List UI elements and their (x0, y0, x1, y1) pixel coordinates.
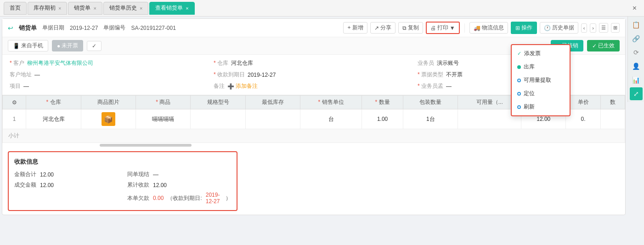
tab-view-sales[interactable]: 查看销货单 × (149, 2, 194, 15)
copy-label: 复制 (408, 24, 419, 32)
tab-home[interactable]: 首页 (4, 2, 27, 15)
project-label: 项目 (10, 82, 21, 90)
toolbar-separator (464, 23, 465, 33)
tab-view-sales-label: 查看销货单 (155, 4, 183, 12)
operations-button[interactable]: ⊞ 操作 (511, 22, 537, 34)
cumulative-row: 累计收款 12.00 (127, 181, 231, 189)
sidebar-icon-refresh[interactable]: ⟳ (630, 46, 643, 59)
same-order-label: 同单现结 (127, 171, 149, 178)
row-min-stock (245, 109, 300, 129)
outbound-dot-icon (517, 65, 521, 69)
invoice-check-icon: ✓ (517, 51, 521, 57)
sidebar-icon-chart[interactable]: 📊 (630, 74, 643, 86)
print-button[interactable]: 🖨 打印 ▼ (426, 22, 460, 34)
col-warehouse: 仓库 (26, 96, 81, 109)
refresh-dot-icon (517, 105, 521, 109)
share-label: 分享 (380, 24, 391, 32)
row-unit: 台 (300, 109, 362, 129)
dropdown-item-invoice[interactable]: ✓ 添发票 (512, 47, 570, 60)
effect-check-icon: ✓ (592, 43, 597, 49)
sidebar-icon-link[interactable]: 🔗 (630, 32, 643, 45)
locate-label: 定位 (524, 90, 535, 97)
row-pack-qty: 1台 (403, 109, 458, 129)
history-icon: 🕐 (544, 25, 551, 31)
copy-icon: ⧉ (402, 25, 407, 31)
row-quantity: 1.00 (362, 109, 403, 129)
tab-view-sales-close[interactable]: × (186, 6, 188, 11)
from-phone-button[interactable]: 📱 来自手机 (8, 40, 48, 51)
operations-dropdown: ✓ 添发票 出库 可用量提取 定位 刷新 (511, 44, 571, 116)
row-image: 📦 (81, 109, 136, 129)
history-label: 历史单据 (552, 24, 574, 32)
amount-value: 12.00 (40, 171, 54, 178)
sidebar-icon-user[interactable]: 👤 (630, 60, 643, 73)
row-product: 嗝嗝嗝嗝 (136, 109, 191, 129)
print-dropdown-arrow: ▼ (450, 25, 455, 31)
not-opened-button[interactable]: ● 未开票 (52, 40, 83, 51)
payment-date-row: 收款到期日 2019-12-27 (214, 71, 414, 79)
tab-inventory[interactable]: 库存期初 × (28, 2, 67, 15)
subtotal-label: 小计 (3, 129, 625, 143)
col-quantity: 数量 (362, 96, 403, 109)
cumulative-label: 累计收款 (127, 181, 149, 189)
subtotal-row: 小计 (3, 129, 625, 143)
add-note-label: 添加备注 (236, 82, 258, 90)
view1-button[interactable]: ☰ (599, 23, 608, 33)
col-price: 单价 (566, 96, 600, 109)
copy-button[interactable]: ⧉ 复制 (398, 22, 423, 34)
tab-inventory-close[interactable]: × (58, 6, 61, 11)
doc-date-label: 单据日期 (42, 24, 64, 32)
dropdown-item-locate[interactable]: 定位 (512, 87, 570, 100)
owed-spacer (14, 192, 118, 205)
sidebar-icon-doc[interactable]: 📋 (630, 18, 643, 31)
project-value: — (23, 83, 29, 90)
window-close-button[interactable]: × (629, 4, 640, 12)
tab-history-close[interactable]: × (140, 6, 142, 11)
main-toolbar: ↩ 销货单 单据日期 2019-12-27 单据编号 SA-20191227-0… (2, 19, 625, 37)
new-button[interactable]: + 新增 (343, 22, 367, 34)
sales-person-value: — (446, 83, 452, 90)
col-min-stock: 最低库存 (245, 96, 300, 109)
prev-button[interactable]: ‹ (581, 23, 588, 33)
logistics-label: 物流信息 (482, 24, 504, 32)
effected-button[interactable]: ✓ 已生效 (587, 40, 620, 51)
logistics-button[interactable]: 🚚 物流信息 (469, 22, 508, 34)
operations-icon: ⊞ (515, 25, 520, 31)
tab-home-label: 首页 (10, 4, 21, 12)
add-note-button[interactable]: ➕ 添加备注 (227, 82, 258, 90)
tab-inventory-label: 库存期初 (34, 4, 56, 12)
table-scroll-area (2, 143, 625, 148)
sales-person-label: 业务员孟 (418, 82, 443, 90)
next-button[interactable]: › (590, 23, 596, 33)
project-row: 项目 — (10, 82, 210, 90)
tab-sales[interactable]: 销货单 × (68, 2, 102, 15)
dropdown-item-outbound[interactable]: 出库 (512, 60, 570, 74)
tab-sales-close[interactable]: × (93, 6, 96, 11)
plus-icon: ➕ (227, 83, 234, 90)
view2-button[interactable]: ⊞ (611, 23, 620, 33)
col-image: 商品图片 (81, 96, 136, 109)
dropdown-item-available[interactable]: 可用量提取 (512, 74, 570, 87)
horizontal-scrollbar[interactable] (100, 144, 192, 147)
row-amount (600, 109, 625, 129)
col-gear: ⚙ (3, 96, 26, 109)
tab-history[interactable]: 销货单历史 × (103, 2, 148, 15)
customer-value[interactable]: 柳州粤港平安气体有限公司 (27, 59, 93, 67)
gear-icon: ⚙ (12, 99, 17, 106)
check-icon: ✓ (92, 43, 96, 49)
share-button[interactable]: ↗ 分享 (370, 22, 395, 34)
address-value: — (34, 72, 40, 78)
row-warehouse: 河北仓库 (26, 109, 81, 129)
due-date-start: （收款到期日: (167, 194, 202, 202)
col-pack-qty: 包装数量 (403, 96, 458, 109)
not-opened-icon: ● (57, 43, 60, 49)
amount-label: 金额合计 (14, 171, 36, 178)
ticket-type-value: 不开票 (446, 71, 463, 79)
dropdown-item-refresh[interactable]: 刷新 (512, 100, 570, 114)
payment-date-label: 收款到期日 (214, 71, 245, 79)
due-date-value: 2019-12-27 (206, 192, 222, 205)
sidebar-icon-expand[interactable]: ⤢ (630, 87, 643, 100)
doc-title: 销货单 (19, 24, 37, 32)
check-button[interactable]: ✓ (87, 41, 102, 51)
history-button[interactable]: 🕐 历史单据 (540, 22, 578, 34)
